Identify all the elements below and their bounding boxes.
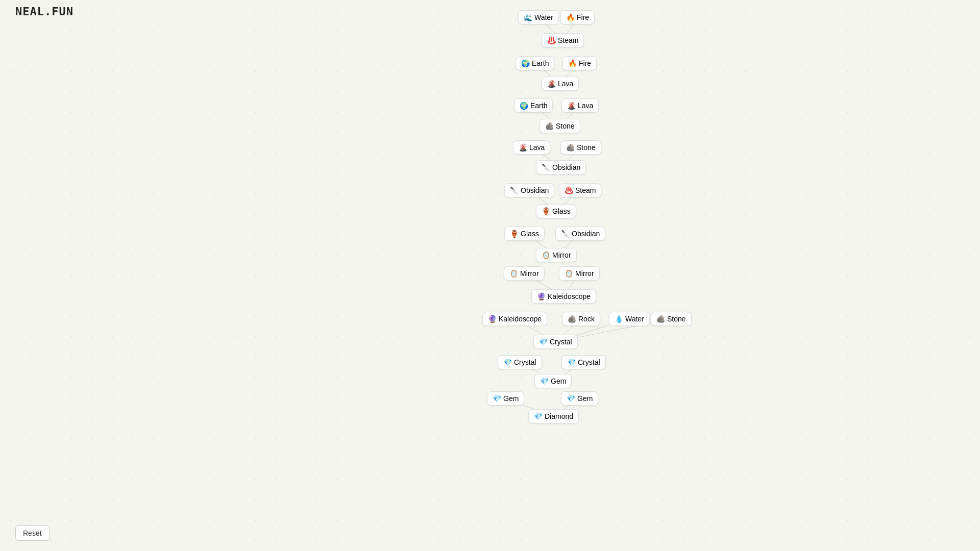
node-emoji-water2: 💧 bbox=[615, 315, 623, 323]
node-emoji-steam1: ♨️ bbox=[547, 36, 556, 44]
node-emoji-glass2: 🏺 bbox=[510, 230, 519, 238]
node-obsidian3[interactable]: 🔪Obsidian bbox=[555, 227, 605, 241]
node-fire2[interactable]: 🔥Fire bbox=[562, 56, 597, 70]
svg-rect-1 bbox=[0, 0, 980, 551]
node-diamond1[interactable]: 💎Diamond bbox=[528, 409, 579, 423]
node-emoji-lava1: 🌋 bbox=[547, 80, 556, 88]
node-label-glass2: Glass bbox=[521, 230, 539, 238]
node-label-fire2: Fire bbox=[579, 59, 591, 67]
node-label-kaleidoscope1: Kaleidoscope bbox=[548, 292, 591, 300]
node-label-water1: Water bbox=[534, 13, 553, 21]
node-earth1[interactable]: 🌍Earth bbox=[516, 56, 554, 70]
node-emoji-stone3: 🪨 bbox=[656, 315, 665, 323]
node-label-obsidian2: Obsidian bbox=[521, 186, 549, 194]
node-label-crystal2: Crystal bbox=[514, 358, 536, 366]
node-label-steam1: Steam bbox=[558, 36, 578, 44]
node-label-kaleidoscope2: Kaleidoscope bbox=[499, 315, 542, 323]
node-fire1[interactable]: 🔥Fire bbox=[560, 10, 595, 24]
node-label-lava3: Lava bbox=[529, 143, 545, 152]
node-emoji-crystal3: 💎 bbox=[567, 358, 576, 366]
node-label-diamond1: Diamond bbox=[545, 412, 573, 420]
reset-button[interactable]: Reset bbox=[15, 525, 50, 541]
node-emoji-earth1: 🌍 bbox=[521, 59, 530, 67]
node-lava3[interactable]: 🌋Lava bbox=[513, 140, 550, 155]
node-earth2[interactable]: 🌍Earth bbox=[514, 98, 553, 113]
node-label-rock1: Rock bbox=[578, 315, 595, 323]
node-label-mirror1: Mirror bbox=[552, 251, 571, 259]
node-emoji-crystal1: 💎 bbox=[539, 338, 548, 346]
node-lava1[interactable]: 🌋Lava bbox=[542, 77, 579, 91]
node-label-lava1: Lava bbox=[558, 80, 573, 88]
node-crystal2[interactable]: 💎Crystal bbox=[498, 355, 542, 369]
node-mirror3[interactable]: 🪞Mirror bbox=[559, 266, 600, 281]
node-emoji-obsidian3: 🔪 bbox=[561, 230, 570, 238]
node-label-gem3: Gem bbox=[577, 394, 593, 403]
node-crystal3[interactable]: 💎Crystal bbox=[561, 355, 606, 369]
node-emoji-stone1: 🪨 bbox=[545, 122, 554, 130]
node-emoji-gem1: 💎 bbox=[540, 377, 549, 385]
node-emoji-kaleidoscope2: 🔮 bbox=[488, 315, 497, 323]
node-obsidian2[interactable]: 🔪Obsidian bbox=[504, 183, 554, 197]
node-label-steam2: Steam bbox=[575, 186, 596, 194]
node-label-earth1: Earth bbox=[532, 59, 549, 67]
node-emoji-mirror1: 🪞 bbox=[542, 251, 550, 259]
node-water2[interactable]: 💧Water bbox=[609, 312, 650, 326]
node-lava2[interactable]: 🌋Lava bbox=[561, 98, 599, 113]
node-obsidian1[interactable]: 🔪Obsidian bbox=[536, 160, 586, 174]
node-label-obsidian3: Obsidian bbox=[572, 230, 600, 238]
node-emoji-gem3: 💎 bbox=[567, 394, 575, 403]
node-label-gem1: Gem bbox=[551, 377, 566, 385]
node-emoji-lava2: 🌋 bbox=[567, 102, 576, 110]
node-gem2[interactable]: 💎Gem bbox=[487, 391, 524, 406]
node-emoji-stone2: 🪨 bbox=[566, 143, 575, 152]
node-label-lava2: Lava bbox=[578, 102, 593, 110]
node-emoji-glass1: 🏺 bbox=[542, 207, 550, 215]
node-emoji-steam2: ♨️ bbox=[565, 186, 573, 194]
node-label-water2: Water bbox=[625, 315, 644, 323]
node-emoji-water1: 🌊 bbox=[524, 13, 532, 21]
node-label-glass1: Glass bbox=[552, 207, 571, 215]
node-emoji-mirror2: 🪞 bbox=[509, 269, 518, 278]
node-emoji-gem2: 💎 bbox=[493, 394, 501, 403]
node-label-gem2: Gem bbox=[503, 394, 519, 403]
node-water1[interactable]: 🌊Water bbox=[518, 10, 559, 24]
node-emoji-mirror3: 🪞 bbox=[565, 269, 573, 278]
node-label-crystal1: Crystal bbox=[550, 338, 572, 346]
node-emoji-obsidian2: 🔪 bbox=[510, 186, 519, 194]
node-kaleidoscope2[interactable]: 🔮Kaleidoscope bbox=[482, 312, 547, 326]
node-label-fire1: Fire bbox=[577, 13, 589, 21]
node-emoji-diamond1: 💎 bbox=[534, 412, 543, 420]
node-label-stone1: Stone bbox=[556, 122, 575, 130]
node-label-crystal3: Crystal bbox=[578, 358, 600, 366]
node-emoji-fire1: 🔥 bbox=[566, 13, 575, 21]
node-emoji-crystal2: 💎 bbox=[503, 358, 512, 366]
node-gem1[interactable]: 💎Gem bbox=[534, 374, 572, 388]
node-emoji-rock1: 🪨 bbox=[568, 315, 576, 323]
node-emoji-earth2: 🌍 bbox=[520, 102, 528, 110]
node-label-earth2: Earth bbox=[530, 102, 547, 110]
node-mirror1[interactable]: 🪞Mirror bbox=[536, 248, 577, 262]
node-emoji-fire2: 🔥 bbox=[568, 59, 577, 67]
node-steam2[interactable]: ♨️Steam bbox=[559, 183, 601, 197]
node-steam1[interactable]: ♨️Steam bbox=[542, 33, 584, 47]
node-gem3[interactable]: 💎Gem bbox=[561, 391, 598, 406]
node-glass1[interactable]: 🏺Glass bbox=[536, 204, 576, 218]
node-label-stone3: Stone bbox=[667, 315, 686, 323]
node-label-mirror2: Mirror bbox=[520, 269, 539, 278]
node-label-stone2: Stone bbox=[577, 143, 596, 152]
node-crystal1[interactable]: 💎Crystal bbox=[533, 335, 578, 349]
node-glass2[interactable]: 🏺Glass bbox=[504, 227, 545, 241]
node-rock1[interactable]: 🪨Rock bbox=[562, 312, 600, 326]
node-stone1[interactable]: 🪨Stone bbox=[540, 119, 580, 133]
node-kaleidoscope1[interactable]: 🔮Kaleidoscope bbox=[531, 289, 596, 304]
node-stone2[interactable]: 🪨Stone bbox=[560, 140, 601, 155]
node-mirror2[interactable]: 🪞Mirror bbox=[504, 266, 545, 281]
node-label-obsidian1: Obsidian bbox=[552, 163, 580, 171]
node-emoji-obsidian1: 🔪 bbox=[542, 163, 550, 171]
node-emoji-lava3: 🌋 bbox=[519, 143, 527, 152]
logo: NEAL.FUN bbox=[15, 5, 74, 18]
node-label-mirror3: Mirror bbox=[575, 269, 594, 278]
node-stone3[interactable]: 🪨Stone bbox=[651, 312, 692, 326]
node-emoji-kaleidoscope1: 🔮 bbox=[537, 292, 546, 300]
